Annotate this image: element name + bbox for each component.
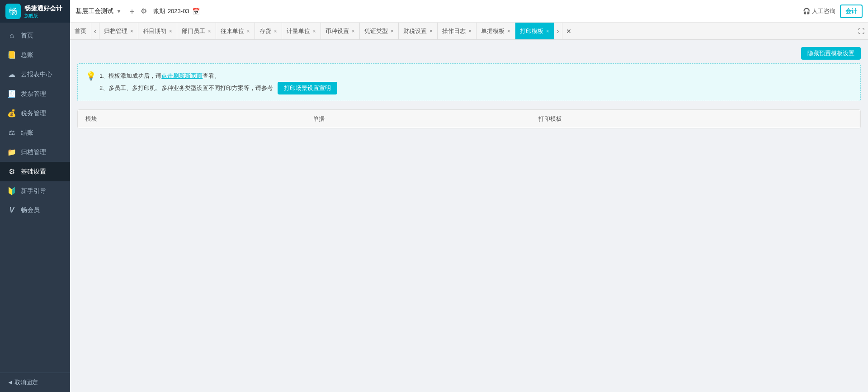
tab-tax-settings-label: 财税设置 (403, 27, 427, 35)
tab-bill-template[interactable]: 单据模板 × (476, 23, 515, 40)
print-template-table: 模块 单据 打印模板 (78, 110, 860, 128)
gear-icon: ⚙ (7, 167, 16, 176)
period-value: 2023-03 (168, 8, 189, 14)
headset-icon: 🎧 (803, 8, 810, 14)
sidebar-label-home: 首页 (21, 32, 33, 40)
notice-line2-prefix: 2、多员工、多打印机、多种业务类型设置不同打印方案等，请参考 (99, 85, 273, 91)
hide-btn-area: 隐藏预置模板设置 (77, 47, 861, 60)
sidebar-item-settings[interactable]: ⚙ 基础设置 (0, 162, 70, 181)
tab-unit[interactable]: 计量单位 × (282, 23, 321, 40)
tab-archive[interactable]: 归档管理 × (99, 23, 138, 40)
sidebar-nav: ⌂ 首页 📒 总账 ☁ 云报表中心 🧾 发票管理 💰 税务管理 ⚖ 结账 📁 归… (0, 23, 70, 373)
settings-gear-icon[interactable]: ⚙ (141, 7, 147, 15)
notice-line2: 2、多员工、多打印机、多种业务类型设置不同打印方案等，请参考 打印场景设置宣明 (99, 82, 337, 94)
sidebar-label-ledger: 总账 (21, 51, 33, 59)
tab-nav-next[interactable]: › (554, 23, 562, 40)
company-name: 基层工会测试 (75, 7, 113, 15)
company-selector[interactable]: 基层工会测试 ▼ (75, 7, 122, 15)
kuaiji-label: 会计 (845, 8, 857, 14)
col-bill: 单据 (306, 110, 531, 128)
notice-line1: 1、模板添加成功后，请点击刷新新页面查看。 (99, 70, 337, 82)
sidebar-label-reports: 云报表中心 (21, 71, 52, 79)
main-area: 基层工会测试 ▼ ＋ ⚙ 账期 2023-03 📅 🎧 人工咨询 会计 首页 ‹… (70, 0, 868, 392)
tab-home[interactable]: 首页 (70, 23, 91, 40)
hide-template-settings-button[interactable]: 隐藏预置模板设置 (801, 47, 861, 60)
sidebar-item-tax[interactable]: 💰 税务管理 (0, 104, 70, 123)
close-all-tabs-button[interactable]: ✕ (562, 23, 575, 40)
tab-close-dept[interactable]: × (208, 28, 211, 34)
invoice-icon: 🧾 (7, 90, 16, 98)
refresh-link[interactable]: 点击刷新新页面 (161, 72, 203, 79)
tab-voucher-type[interactable]: 凭证类型 × (360, 23, 399, 40)
guide-icon: 🔰 (7, 187, 16, 195)
tab-close-op-log[interactable]: × (468, 28, 472, 34)
logo-icon: 畅 (5, 4, 21, 19)
tab-close-print-template[interactable]: × (546, 28, 549, 34)
tab-bill-template-label: 单据模板 (481, 27, 505, 35)
notice-text-area: 1、模板添加成功后，请点击刷新新页面查看。 2、多员工、多打印机、多种业务类型设… (99, 70, 337, 94)
sidebar-item-ledger[interactable]: 📒 总账 (0, 45, 70, 65)
notice-row: 💡 1、模板添加成功后，请点击刷新新页面查看。 2、多员工、多打印机、多种业务类… (86, 70, 852, 94)
explain-button[interactable]: 打印场景设置宣明 (278, 82, 337, 94)
chevron-down-icon: ▼ (116, 8, 122, 14)
tab-close-subject[interactable]: × (169, 28, 172, 34)
add-company-button[interactable]: ＋ (128, 6, 136, 17)
tab-currency[interactable]: 币种设置 × (321, 23, 360, 40)
tab-currency-label: 币种设置 (326, 27, 349, 35)
sidebar-item-invoice[interactable]: 🧾 发票管理 (0, 84, 70, 104)
tab-close-bill-template[interactable]: × (507, 28, 510, 34)
sidebar: 畅 畅捷通好会计 旗舰版 ⌂ 首页 📒 总账 ☁ 云报表中心 🧾 发票管理 💰 … (0, 0, 70, 392)
expand-icon[interactable]: ⛶ (854, 23, 868, 40)
service-label: 人工咨询 (812, 7, 835, 15)
tab-close-tax-settings[interactable]: × (429, 28, 433, 34)
tab-dept-label: 部门员工 (182, 27, 205, 35)
topbar-right: 🎧 人工咨询 会计 (803, 5, 863, 18)
topbar: 基层工会测试 ▼ ＋ ⚙ 账期 2023-03 📅 🎧 人工咨询 会计 (70, 0, 868, 23)
tab-vendor[interactable]: 往来单位 × (216, 23, 255, 40)
member-icon: V (7, 206, 16, 214)
notice-line1-suffix: 查看。 (203, 72, 220, 79)
tab-subject[interactable]: 科目期初 × (138, 23, 177, 40)
tab-dept[interactable]: 部门员工 × (177, 23, 216, 40)
sidebar-item-home[interactable]: ⌂ 首页 (0, 26, 70, 45)
tab-close-unit[interactable]: × (313, 28, 316, 34)
service-button[interactable]: 🎧 人工咨询 (803, 7, 835, 15)
sidebar-label-guide: 新手引导 (21, 187, 46, 195)
tab-nav-prev[interactable]: ‹ (91, 23, 99, 40)
tab-subject-label: 科目期初 (143, 27, 166, 35)
tab-print-template[interactable]: 打印模板 × (515, 23, 554, 40)
cloud-icon: ☁ (7, 70, 16, 79)
lightbulb-icon: 💡 (86, 71, 96, 81)
kuaiji-button[interactable]: 会计 (840, 5, 863, 18)
col-module: 模块 (78, 110, 306, 128)
tab-inventory-label: 存货 (259, 27, 271, 35)
logo-area: 畅 畅捷通好会计 旗舰版 (0, 0, 70, 23)
sidebar-item-close[interactable]: ⚖ 结账 (0, 123, 70, 142)
unpin-button[interactable]: ◄ 取消固定 (0, 373, 70, 392)
tab-close-inventory[interactable]: × (274, 28, 277, 34)
sidebar-label-settings: 基础设置 (21, 168, 46, 176)
tab-op-log[interactable]: 操作日志 × (438, 23, 476, 40)
sidebar-item-archive[interactable]: 📁 归档管理 (0, 142, 70, 162)
tab-tax-settings[interactable]: 财税设置 × (399, 23, 438, 40)
tax-icon: 💰 (7, 109, 16, 118)
tab-close-currency[interactable]: × (352, 28, 355, 34)
tabbar: 首页 ‹ 归档管理 × 科目期初 × 部门员工 × 往来单位 × 存货 × 计量… (70, 23, 868, 40)
sidebar-item-guide[interactable]: 🔰 新手引导 (0, 181, 70, 201)
sidebar-item-member[interactable]: V 畅会员 (0, 201, 70, 220)
notice-box: 💡 1、模板添加成功后，请点击刷新新页面查看。 2、多员工、多打印机、多种业务类… (77, 63, 861, 101)
sidebar-label-member: 畅会员 (21, 206, 40, 214)
tab-inventory[interactable]: 存货 × (255, 23, 282, 40)
calendar-icon[interactable]: 📅 (192, 8, 200, 15)
notice-line1-prefix: 1、模板添加成功后，请 (99, 72, 161, 79)
tab-close-vendor[interactable]: × (247, 28, 250, 34)
logo-sub: 旗舰版 (24, 13, 62, 19)
tab-archive-label: 归档管理 (104, 27, 127, 35)
tab-close-voucher-type[interactable]: × (391, 28, 394, 34)
ledger-icon: 📒 (7, 51, 16, 59)
tab-unit-label: 计量单位 (287, 27, 310, 35)
table-header: 模块 单据 打印模板 (78, 110, 860, 128)
tab-close-archive[interactable]: × (130, 28, 133, 34)
tab-op-log-label: 操作日志 (442, 27, 466, 35)
sidebar-item-reports[interactable]: ☁ 云报表中心 (0, 65, 70, 84)
